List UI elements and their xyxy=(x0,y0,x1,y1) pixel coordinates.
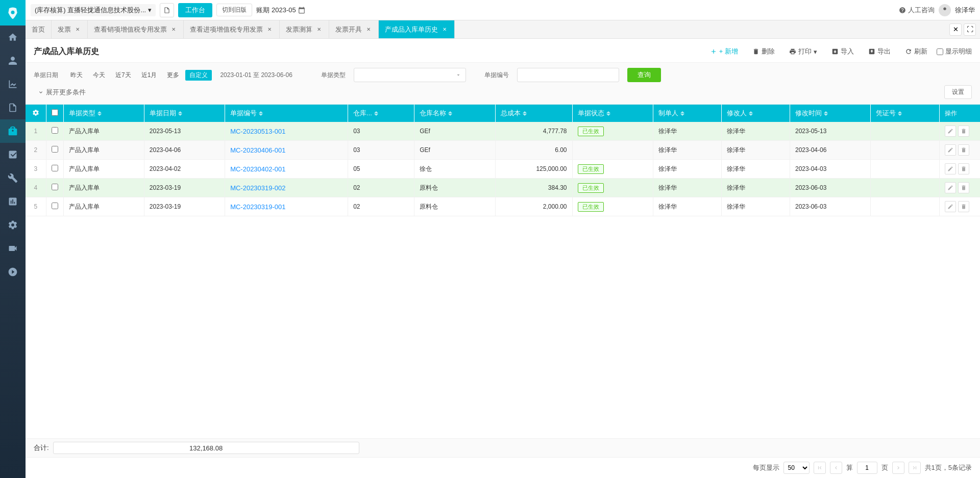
sort-warehouse-name-icon xyxy=(448,111,452,116)
close-all-tabs-button[interactable]: ✕ xyxy=(949,23,962,36)
th-checkbox[interactable] xyxy=(46,105,63,122)
tab-product-history[interactable]: 产成品入库单历史 ✕ xyxy=(379,20,455,38)
delete-row-button[interactable] xyxy=(958,163,969,174)
edit-row-button[interactable] xyxy=(945,144,956,156)
th-creator[interactable]: 制单人 xyxy=(653,105,721,122)
th-voucher[interactable]: 凭证号 xyxy=(871,105,939,122)
row-checkbox-cell[interactable] xyxy=(46,160,63,179)
tab-invoice[interactable]: 发票 ✕ xyxy=(52,20,88,38)
row-checkbox-cell[interactable] xyxy=(46,179,63,197)
tab-invoice-open-close[interactable]: ✕ xyxy=(365,26,372,33)
th-date[interactable]: 单据日期 xyxy=(144,105,225,122)
sidebar-item-chart[interactable] xyxy=(0,72,26,96)
row-number-link[interactable]: MC-20230319-002 xyxy=(230,184,285,192)
edit-row-button[interactable] xyxy=(945,125,956,137)
edit-row-button[interactable] xyxy=(945,201,956,212)
row-checkbox[interactable] xyxy=(52,165,58,171)
row-checkbox[interactable] xyxy=(52,184,58,190)
settings-icon[interactable] xyxy=(32,110,39,118)
row-checkbox-cell[interactable] xyxy=(46,141,63,160)
th-number[interactable]: 单据编号 xyxy=(225,105,348,122)
sort-date-icon xyxy=(178,111,182,116)
quick-1month[interactable]: 近1月 xyxy=(137,70,161,81)
delete-row-button[interactable] xyxy=(958,125,969,137)
help-button[interactable]: 人工咨询 xyxy=(899,6,935,15)
sidebar-item-settings2[interactable] xyxy=(0,143,26,166)
quick-today[interactable]: 今天 xyxy=(89,70,109,81)
per-page-select[interactable]: 10 20 50 100 xyxy=(783,462,810,474)
switch-old-button[interactable]: 切到旧版 xyxy=(216,4,252,16)
type-filter-select[interactable] xyxy=(354,68,466,82)
number-filter-input[interactable] xyxy=(517,68,619,82)
print-button[interactable]: 打印 ▾ xyxy=(784,45,822,58)
tab-home[interactable]: 首页 xyxy=(26,20,52,38)
th-warehouse-code[interactable]: 仓库... xyxy=(348,105,414,122)
refresh-button[interactable]: 刷新 xyxy=(900,45,933,58)
row-number-link[interactable]: MC-20230513-001 xyxy=(230,128,285,135)
row-checkbox-cell[interactable] xyxy=(46,122,63,141)
document-icon[interactable] xyxy=(160,3,174,17)
row-checkbox[interactable] xyxy=(52,203,58,209)
th-status[interactable]: 单据状态 xyxy=(572,105,653,122)
tab-invoice-close[interactable]: ✕ xyxy=(74,26,81,33)
prev-page-button[interactable] xyxy=(830,462,842,474)
delete-row-button[interactable] xyxy=(958,201,969,212)
sidebar-item-video[interactable] xyxy=(0,237,26,260)
expand-conditions-button[interactable]: 展开更多条件 xyxy=(34,87,90,98)
sidebar-item-document[interactable] xyxy=(0,96,26,119)
row-checkbox[interactable] xyxy=(52,127,58,134)
delete-row-button[interactable] xyxy=(958,182,969,193)
tab-check-sales[interactable]: 查看销项增值税专用发票 ✕ xyxy=(88,20,184,38)
th-type[interactable]: 单据类型 xyxy=(63,105,144,122)
row-number-link[interactable]: MC-20230406-001 xyxy=(230,146,285,154)
new-button[interactable]: + 新增 xyxy=(705,45,743,58)
th-total-cost[interactable]: 总成本 xyxy=(495,105,572,122)
sidebar-item-version[interactable] xyxy=(0,260,26,284)
workstation-button[interactable]: 工作台 xyxy=(178,3,212,17)
tab-product-history-close[interactable]: ✕ xyxy=(441,26,448,33)
delete-button[interactable]: 删除 xyxy=(747,45,780,58)
row-number-link[interactable]: MC-20230402-001 xyxy=(230,165,285,173)
tab-invoice-open[interactable]: 发票开具 ✕ xyxy=(329,20,379,38)
company-selector[interactable]: (库存核算) 直播轻拢通信息技术股份... ▾ xyxy=(31,4,156,16)
edit-row-button[interactable] xyxy=(945,182,956,193)
first-page-button[interactable] xyxy=(814,462,826,474)
maximize-button[interactable]: ⛶ xyxy=(964,23,976,36)
sidebar-item-box[interactable] xyxy=(0,119,26,143)
row-number-link[interactable]: MC-20230319-001 xyxy=(230,203,285,211)
sidebar-item-report[interactable] xyxy=(0,190,26,213)
total-pages-info: 共1页，5条记录 xyxy=(925,463,972,472)
th-modify-time[interactable]: 修改时间 xyxy=(790,105,871,122)
display-detail-input[interactable] xyxy=(937,48,943,55)
row-checkbox[interactable] xyxy=(52,146,58,153)
display-detail-checkbox[interactable]: 显示明细 xyxy=(937,47,972,56)
tab-invoice-calc-close[interactable]: ✕ xyxy=(315,26,323,33)
set-button[interactable]: 设置 xyxy=(944,85,972,99)
th-settings[interactable] xyxy=(26,105,46,122)
tab-check-sales-close[interactable]: ✕ xyxy=(170,26,177,33)
page-title: 产成品入库单历史 xyxy=(34,46,99,57)
export-button[interactable]: 导出 xyxy=(863,45,896,58)
tab-invoice-calc[interactable]: 发票测算 ✕ xyxy=(280,20,329,38)
row-checkbox-cell[interactable] xyxy=(46,197,63,216)
quick-7days[interactable]: 近7天 xyxy=(111,70,135,81)
edit-row-button[interactable] xyxy=(945,163,956,174)
next-page-button[interactable] xyxy=(892,462,904,474)
current-page-input[interactable] xyxy=(857,462,877,474)
sidebar-item-user[interactable] xyxy=(0,49,26,72)
last-page-button[interactable] xyxy=(909,462,921,474)
tab-check-purchase[interactable]: 查看进项增值税专用发票 ✕ xyxy=(184,20,280,38)
quick-custom[interactable]: 自定义 xyxy=(185,70,212,81)
select-all-checkbox[interactable] xyxy=(52,109,58,116)
query-button[interactable]: 查询 xyxy=(627,68,661,82)
delete-row-button[interactable] xyxy=(958,144,969,156)
quick-yesterday[interactable]: 昨天 xyxy=(66,70,87,81)
quick-more[interactable]: 更多 xyxy=(163,70,183,81)
sidebar-item-tools[interactable] xyxy=(0,166,26,190)
import-button[interactable]: 导入 xyxy=(826,45,859,58)
th-warehouse-name[interactable]: 仓库名称 xyxy=(414,105,495,122)
tab-check-purchase-close[interactable]: ✕ xyxy=(266,26,273,33)
sidebar-item-gear[interactable] xyxy=(0,213,26,237)
sidebar-item-home[interactable] xyxy=(0,26,26,49)
th-modifier[interactable]: 修改人 xyxy=(721,105,790,122)
